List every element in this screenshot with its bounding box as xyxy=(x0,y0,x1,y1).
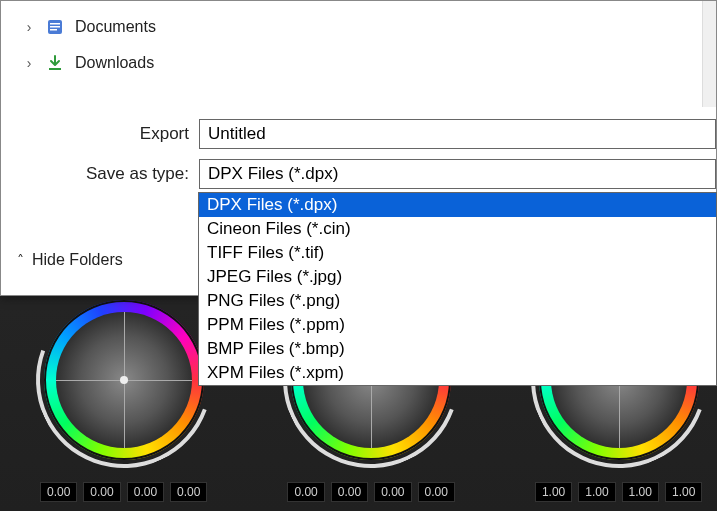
export-label: Export xyxy=(41,124,199,144)
value-box[interactable]: 1.00 xyxy=(535,482,572,502)
chevron-right-icon: › xyxy=(23,55,35,71)
dropdown-option[interactable]: Cineon Files (*.cin) xyxy=(199,217,716,241)
color-wheel-1-values: 0.00 0.00 0.00 0.00 xyxy=(40,482,207,502)
value-box[interactable]: 1.00 xyxy=(578,482,615,502)
dropdown-option[interactable]: DPX Files (*.dpx) xyxy=(199,193,716,217)
value-box[interactable]: 0.00 xyxy=(170,482,207,502)
save-as-type-dropdown[interactable]: DPX Files (*.dpx)Cineon Files (*.cin)TIF… xyxy=(198,192,717,386)
save-as-type-combo[interactable]: DPX Files (*.dpx) xyxy=(199,159,716,189)
chevron-up-icon: ˄ xyxy=(17,252,24,268)
folder-tree: › Documents › Downloads xyxy=(17,9,217,81)
tree-item-documents[interactable]: › Documents xyxy=(17,9,217,45)
value-box[interactable]: 1.00 xyxy=(665,482,702,502)
color-wheel-2-values: 0.00 0.00 0.00 0.00 xyxy=(287,482,454,502)
value-box[interactable]: 0.00 xyxy=(331,482,368,502)
svg-rect-3 xyxy=(50,29,57,31)
chevron-right-icon: › xyxy=(23,19,35,35)
tree-item-downloads[interactable]: › Downloads xyxy=(17,45,217,81)
dropdown-option[interactable]: XPM Files (*.xpm) xyxy=(199,361,716,385)
tree-item-label: Downloads xyxy=(75,54,154,72)
value-box[interactable]: 1.00 xyxy=(622,482,659,502)
downloads-icon xyxy=(45,53,65,73)
hide-folders-label: Hide Folders xyxy=(32,251,123,269)
color-wheel-1-block: 0.00 0.00 0.00 0.00 xyxy=(40,300,207,502)
svg-rect-4 xyxy=(49,68,61,70)
value-box[interactable]: 0.00 xyxy=(40,482,77,502)
save-as-type-label: Save as type: xyxy=(41,164,199,184)
value-box[interactable]: 0.00 xyxy=(418,482,455,502)
documents-icon xyxy=(45,17,65,37)
export-form: Export Save as type: DPX Files (*.dpx) xyxy=(41,119,716,199)
dropdown-option[interactable]: PPM Files (*.ppm) xyxy=(199,313,716,337)
dropdown-option[interactable]: JPEG Files (*.jpg) xyxy=(199,265,716,289)
value-box[interactable]: 0.00 xyxy=(374,482,411,502)
svg-rect-1 xyxy=(50,23,60,25)
value-box[interactable]: 0.00 xyxy=(83,482,120,502)
color-wheel-1[interactable] xyxy=(44,300,204,460)
value-box[interactable]: 0.00 xyxy=(127,482,164,502)
color-wheel-3-values: 1.00 1.00 1.00 1.00 xyxy=(535,482,702,502)
tree-scrollbar[interactable] xyxy=(702,1,716,107)
dropdown-option[interactable]: TIFF Files (*.tif) xyxy=(199,241,716,265)
hide-folders-button[interactable]: ˄ Hide Folders xyxy=(17,251,123,269)
export-filename-input[interactable] xyxy=(199,119,716,149)
dropdown-option[interactable]: PNG Files (*.png) xyxy=(199,289,716,313)
dropdown-option[interactable]: BMP Files (*.bmp) xyxy=(199,337,716,361)
value-box[interactable]: 0.00 xyxy=(287,482,324,502)
tree-item-label: Documents xyxy=(75,18,156,36)
save-as-type-value: DPX Files (*.dpx) xyxy=(208,164,338,184)
svg-rect-2 xyxy=(50,26,60,28)
